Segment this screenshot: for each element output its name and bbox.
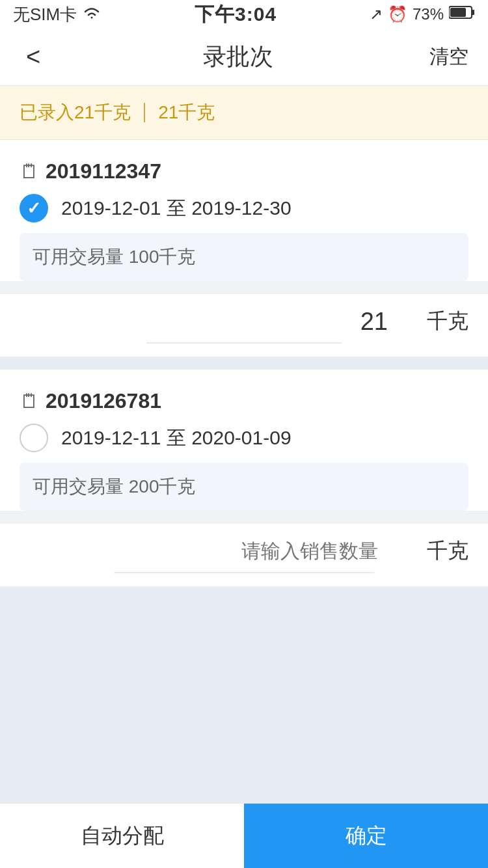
batch-1-radio[interactable]: [20, 194, 48, 223]
batch-1-row: 2019-12-01 至 2019-12-30: [20, 194, 468, 223]
nav-bar: < 录批次 清空: [0, 29, 488, 86]
info-banner: 已录入21千克 21千克: [0, 86, 488, 140]
batch-2-header: 🗒 2019126781: [20, 389, 468, 413]
batch-2-available: 可用交易量 200千克: [20, 463, 468, 511]
status-left: 无SIM卡: [13, 3, 102, 26]
batch-card-1: 🗒 2019112347 2019-12-01 至 2019-12-30 可用交…: [0, 140, 488, 281]
batch-2-radio[interactable]: [20, 424, 48, 452]
batch-2-row: 2019-12-11 至 2020-01-09: [20, 424, 468, 452]
recorded-amount: 已录入21千克: [20, 100, 131, 125]
batch-1-quantity-unit: 千克: [427, 307, 468, 336]
svg-rect-1: [472, 10, 474, 15]
batch-2-input-area: 千克: [0, 524, 488, 586]
confirm-button[interactable]: 确定: [244, 804, 488, 868]
batch-2-doc-icon: 🗒: [20, 390, 39, 413]
svg-rect-2: [450, 8, 466, 17]
wifi-icon: [82, 5, 102, 25]
batch-1-available: 可用交易量 100千克: [20, 233, 468, 281]
battery-icon: [449, 5, 475, 23]
status-bar: 无SIM卡 下午3:04 ↗ ⏰ 73%: [0, 0, 488, 29]
batch-card-2: 🗒 2019126781 2019-12-11 至 2020-01-09 可用交…: [0, 370, 488, 511]
batch-2-id: 2019126781: [46, 389, 161, 413]
clear-button[interactable]: 清空: [429, 44, 468, 70]
bottom-bar: 自动分配 确定: [0, 803, 488, 868]
status-right: ↗ ⏰ 73%: [370, 5, 475, 23]
batch-2-quantity-input[interactable]: [193, 540, 388, 562]
no-sim-text: 无SIM卡: [13, 3, 77, 26]
batch-1-quantity-value: 21: [360, 308, 388, 336]
batch-1-quantity-area: 21 千克: [0, 294, 488, 357]
batch-1-quantity-row: 21 千克: [20, 301, 468, 342]
gray-area: [0, 586, 488, 834]
batch-2-date: 2019-12-11 至 2020-01-09: [61, 425, 291, 452]
batch-1-header: 🗒 2019112347: [20, 159, 468, 183]
batch-2-input-row: 千克: [20, 530, 468, 572]
section-divider: [0, 357, 488, 370]
amount-value: 21千克: [158, 100, 215, 125]
location-icon: ↗: [370, 5, 383, 23]
batch-2-unit: 千克: [427, 537, 468, 565]
alarm-icon: ⏰: [388, 5, 407, 23]
info-divider: [144, 103, 145, 122]
batch-1-id: 2019112347: [46, 159, 161, 183]
battery-text: 73%: [413, 5, 444, 23]
auto-distribute-button[interactable]: 自动分配: [0, 804, 244, 868]
status-time: 下午3:04: [195, 1, 277, 28]
back-button[interactable]: <: [20, 36, 47, 77]
batch-1-date: 2019-12-01 至 2019-12-30: [61, 195, 291, 222]
page-title: 录批次: [203, 41, 273, 73]
batch-1-doc-icon: 🗒: [20, 161, 39, 183]
